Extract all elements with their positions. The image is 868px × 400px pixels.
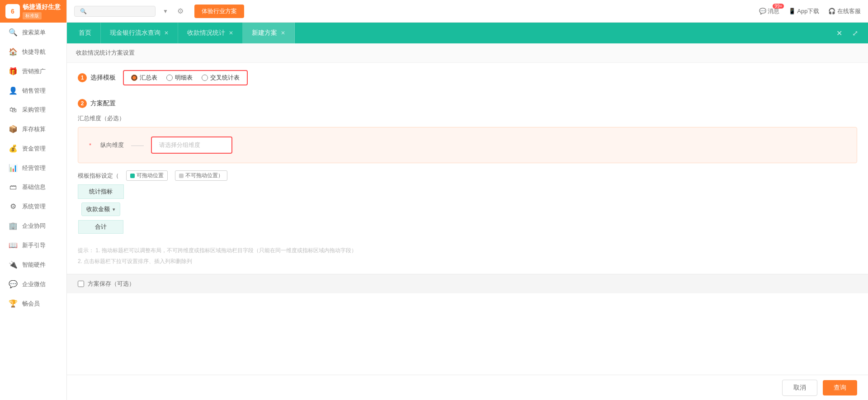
save-section: 方案保存（可选）: [67, 274, 868, 293]
topbar-chevron-icon[interactable]: ▼: [163, 8, 168, 14]
sidebar-item-label: 企业微信: [22, 280, 46, 288]
industry-solution-button[interactable]: 体验行业方案: [194, 5, 244, 18]
tab-home[interactable]: 首页: [74, 23, 101, 43]
search-box[interactable]: 🔍: [74, 6, 156, 17]
home-icon: 🏠: [9, 47, 18, 56]
radio-summary-label: 汇总表: [140, 74, 157, 82]
sidebar-logo: 6 畅捷通好生意 标准版: [0, 0, 66, 23]
close-window-icon[interactable]: ✕: [834, 29, 845, 38]
sidebar-item-label: 搜索菜单: [22, 28, 46, 37]
indicators-header: 模板指标设定（ 可拖动位置 不可拖动位置）: [78, 170, 857, 181]
logo-icon: 6: [5, 4, 20, 19]
chart-icon: 📊: [9, 164, 18, 172]
dimension-placeholder: 请选择分组维度: [159, 141, 200, 148]
step2-title: 2 方案配置: [78, 99, 857, 108]
tips-section: 提示： 1. 拖动标题栏可以调整布局，不可跨维度或指标区域拖动栏目字段（只能在同…: [67, 241, 868, 274]
sidebar-item-operation[interactable]: 📊 经营管理: [0, 158, 66, 178]
column-header: 统计指标: [78, 184, 124, 199]
sidebar-item-system[interactable]: ⚙ 系统管理: [0, 197, 66, 216]
sidebar-item-label: 企业协同: [22, 222, 46, 230]
step2-badge: 2: [78, 99, 87, 108]
radio-detail-label: 明细表: [175, 74, 193, 82]
settings-icon[interactable]: ⚙: [177, 7, 184, 15]
app-name: 畅捷通好生意: [23, 3, 61, 11]
shopping-icon: 🛍: [9, 106, 18, 114]
tab-bank-flow-close[interactable]: ✕: [164, 30, 169, 36]
subtotal-tag: 合计: [78, 220, 123, 234]
sidebar-item-label: 新手引导: [22, 241, 46, 249]
box-icon: 📦: [9, 125, 18, 133]
step1-title: 1 选择模板 汇总表 明细表 交叉统: [78, 70, 857, 85]
bottom-bar: 取消 查询: [67, 375, 868, 400]
tab-new-plan[interactable]: 新建方案 ✕: [243, 23, 295, 43]
sidebar-item-marketing[interactable]: 🎁 营销推广: [0, 61, 66, 81]
online-service[interactable]: 🎧 在线客服: [828, 7, 861, 15]
drag-badge: 可拖动位置: [126, 170, 168, 181]
sidebar-item-enterprise[interactable]: 🏢 企业协同: [0, 216, 66, 235]
save-checkbox[interactable]: [78, 281, 84, 287]
page-title: 收款情况统计方案设置: [76, 49, 135, 56]
radio-summary[interactable]: 汇总表: [131, 74, 157, 82]
sidebar-item-basic-info[interactable]: 🗃 基础信息: [0, 178, 66, 197]
amount-tag[interactable]: 收款金额 ▾: [81, 202, 120, 216]
radio-detail-input[interactable]: [166, 75, 173, 81]
query-button[interactable]: 查询: [823, 380, 857, 395]
sidebar-item-member[interactable]: 🏆 畅会员: [0, 294, 66, 313]
topbar: 🔍 ▼ ⚙ 体验行业方案 💬 消息 99+ 📱 App下载 🎧 在线客服: [67, 0, 868, 23]
radio-detail[interactable]: 明细表: [166, 74, 193, 82]
tab-receipt-stats[interactable]: 收款情况统计 ✕: [178, 23, 243, 43]
radio-crosstab-input[interactable]: [202, 75, 208, 81]
sidebar-item-sales[interactable]: 👤 销售管理: [0, 81, 66, 100]
tab-new-plan-close[interactable]: ✕: [281, 30, 285, 36]
drag-label: 可拖动位置: [137, 172, 164, 179]
search-input[interactable]: [90, 8, 150, 14]
step2-label: 方案配置: [90, 99, 116, 108]
main-area: 🔍 ▼ ⚙ 体验行业方案 💬 消息 99+ 📱 App下载 🎧 在线客服 首页: [67, 0, 868, 400]
sidebar-item-label: 基础信息: [22, 183, 46, 191]
money-icon: 💰: [9, 144, 18, 153]
cancel-button[interactable]: 取消: [782, 380, 817, 396]
chat-icon: 💬: [9, 280, 18, 288]
drag-dot: [130, 174, 135, 178]
building-icon: 🏢: [9, 221, 18, 230]
sidebar-item-label: 采购管理: [22, 106, 46, 114]
vertical-dimension-label: 纵向维度: [100, 141, 124, 149]
dimension-selector[interactable]: 请选择分组维度: [151, 136, 232, 154]
indicators-grid: 统计指标 收款金额 ▾ 合计: [78, 184, 857, 234]
sidebar-item-hardware[interactable]: 🔌 智能硬件: [0, 255, 66, 274]
sidebar-item-search[interactable]: 🔍 搜索菜单: [0, 23, 66, 42]
sidebar-item-label: 畅会员: [22, 300, 40, 308]
arrow-icon: ——: [131, 141, 144, 149]
app-download[interactable]: 📱 App下载: [788, 7, 819, 15]
no-drag-dot: [179, 174, 184, 178]
step2-section: 2 方案配置 汇总维度（必选） * 纵向维度 —— 请选择分组维度 模板指标设定…: [67, 99, 868, 241]
sidebar-item-label: 系统管理: [22, 202, 46, 211]
app-edition: 标准版: [23, 12, 42, 19]
nav-tab-actions: ✕ ⤢: [834, 29, 861, 38]
indicators-column: 统计指标 收款金额 ▾ 合计: [78, 184, 124, 234]
radio-crosstab[interactable]: 交叉统计表: [202, 74, 240, 82]
trophy-icon: 🏆: [9, 299, 18, 308]
sidebar-item-label: 库存核算: [22, 125, 46, 133]
sidebar-item-finance[interactable]: 💰 资金管理: [0, 139, 66, 158]
message-badge[interactable]: 💬 消息 99+: [759, 7, 780, 15]
step1-badge: 1: [78, 73, 87, 82]
user-icon: 👤: [9, 86, 18, 95]
sidebar-item-wechat[interactable]: 💬 企业微信: [0, 274, 66, 294]
sidebar-item-label: 资金管理: [22, 145, 46, 153]
page-header: 收款情况统计方案设置: [67, 43, 868, 63]
sidebar-item-guide[interactable]: 📖 新手引导: [0, 235, 66, 255]
radio-summary-input[interactable]: [131, 75, 137, 81]
sidebar-item-label: 销售管理: [22, 87, 46, 95]
sidebar-item-inventory[interactable]: 📦 库存核算: [0, 119, 66, 139]
download-icon: 📱: [788, 8, 796, 14]
tab-receipt-stats-close[interactable]: ✕: [229, 30, 233, 36]
sidebar-item-purchase[interactable]: 🛍 采购管理: [0, 100, 66, 119]
search-icon: 🔍: [80, 8, 87, 14]
service-icon: 🎧: [828, 8, 835, 14]
save-label: 方案保存（可选）: [88, 280, 135, 288]
maximize-icon[interactable]: ⤢: [849, 29, 861, 38]
sidebar-item-label: 快捷导航: [22, 48, 46, 56]
tab-bank-flow[interactable]: 现金银行流水查询 ✕: [101, 23, 178, 43]
sidebar-item-nav[interactable]: 🏠 快捷导航: [0, 42, 66, 61]
